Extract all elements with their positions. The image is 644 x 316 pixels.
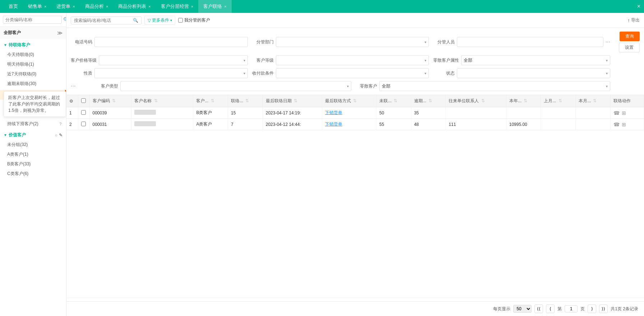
- col-not-contact[interactable]: 未联... ⇅: [376, 95, 411, 107]
- filter-dept-select[interactable]: ▾: [276, 37, 429, 47]
- sidebar: 🔍 全部客户 ≫ ▼ 待联络客户 今天待联络(0) 明天待联络(1) 近7天待联…: [0, 13, 66, 316]
- row2-not-contact: 55: [376, 119, 411, 130]
- filter-nature-select[interactable]: ▾: [94, 68, 248, 78]
- filter-nature: 性质 ▾: [71, 68, 248, 78]
- col-contact-count[interactable]: 联络... ⇅: [228, 95, 263, 107]
- manager-dots[interactable]: ···: [606, 39, 610, 45]
- nav-customer-contact[interactable]: 客户联络 ×: [198, 0, 231, 13]
- col-code[interactable]: 客户编码 ⇅: [89, 95, 131, 107]
- row1-phone-icon[interactable]: ☎: [613, 110, 620, 116]
- col-name[interactable]: 客户名称 ⇅: [131, 95, 193, 107]
- filter-row-2: 客户价格等级 ▾ 客户等级 ▾ 零散客户属性 全部: [71, 55, 640, 65]
- my-customers-checkbox[interactable]: 我分管的客户: [178, 17, 210, 23]
- my-customers-check[interactable]: [178, 18, 183, 23]
- sidebar-search-input[interactable]: [3, 16, 62, 24]
- page-unit: 页: [580, 306, 585, 312]
- filter-price-grade-select[interactable]: ▾: [99, 55, 248, 65]
- sidebar-item-today[interactable]: 今天待联络(0): [0, 50, 66, 60]
- sidebar-item-overdue[interactable]: 逾期未联络(30): [0, 79, 66, 89]
- nav-product-close[interactable]: ×: [106, 4, 108, 9]
- declining-help-icon[interactable]: ？: [59, 121, 62, 127]
- value-group-edit[interactable]: ✎: [59, 133, 62, 138]
- nav-product-analysis[interactable]: 商品分析 ×: [80, 0, 113, 13]
- row1-menu-icon[interactable]: ⊞: [622, 110, 626, 116]
- col-contact2[interactable]: 往来单位联系人 ⇅: [446, 95, 506, 107]
- sidebar-item-a-class[interactable]: A类客户(1): [0, 150, 66, 159]
- row1-overdue: 35: [411, 107, 446, 119]
- row2-phone-icon[interactable]: ☎: [613, 122, 620, 127]
- sidebar-item-tomorrow[interactable]: 明天待联络(1): [0, 60, 66, 69]
- nav-purchase-close[interactable]: ×: [73, 4, 75, 9]
- select-all-checkbox[interactable]: [81, 98, 86, 103]
- more-conditions-btn[interactable]: ▽ 更多条件 ▾: [144, 16, 175, 25]
- sidebar-item-declining[interactable]: 持续下滑客户(2) ？: [0, 119, 66, 129]
- col-this-month[interactable]: 本月... ⇅: [576, 95, 611, 107]
- nav-product-list[interactable]: 商品分析列表 ×: [113, 0, 156, 13]
- col-this-year[interactable]: 本年... ⇅: [506, 95, 541, 107]
- row2-select[interactable]: [81, 122, 86, 126]
- filter-status-label: 状态: [433, 70, 455, 76]
- nav-sales-close[interactable]: ×: [44, 4, 46, 9]
- sidebar-group-pending-header[interactable]: ▼ 待联络客户: [0, 40, 66, 50]
- row1-this-month: [576, 107, 611, 119]
- filter-retail-customer-select[interactable]: 全部 ▾: [379, 81, 610, 91]
- sidebar-item-b-class[interactable]: B类客户(33): [0, 159, 66, 169]
- value-group-refresh[interactable]: ○: [55, 133, 57, 138]
- row2-menu-icon[interactable]: ⊞: [622, 122, 626, 127]
- row4-dots[interactable]: ···: [71, 83, 75, 89]
- row1-select[interactable]: [81, 110, 86, 115]
- row1-method-link[interactable]: 下销货单: [325, 110, 342, 115]
- filter-phone-input[interactable]: [94, 37, 248, 47]
- filter-customer-type-select[interactable]: ▾: [120, 81, 351, 91]
- col-last-method[interactable]: 最后联络方式 ⇅: [322, 95, 376, 107]
- col-action: 联络动作: [610, 95, 644, 107]
- contact-sort-icon: ⇅: [245, 98, 249, 103]
- query-button[interactable]: 查询: [620, 32, 640, 41]
- filter-customer-type-label: 客户类型: [97, 83, 118, 89]
- page-number-input[interactable]: [565, 305, 578, 312]
- customer-type-arrow-icon: ▾: [347, 84, 349, 88]
- contact2-sort-icon: ⇅: [481, 98, 485, 103]
- last-page-btn[interactable]: ⟩⟩: [599, 305, 608, 313]
- row2-type: A类客户: [193, 119, 228, 130]
- close-all-tabs[interactable]: ×: [637, 3, 640, 10]
- col-overdue[interactable]: 逾期... ⇅: [411, 95, 446, 107]
- filter-retail-attr-select[interactable]: 全部 ▾: [461, 55, 610, 65]
- col-type[interactable]: 客户... ⇅: [193, 95, 228, 107]
- nav-product-list-close[interactable]: ×: [148, 4, 150, 9]
- nav-home[interactable]: 首页: [4, 0, 23, 13]
- main-search-icon[interactable]: 🔍: [133, 18, 138, 23]
- nav-contact-close[interactable]: ×: [224, 4, 226, 9]
- sidebar-item-7days[interactable]: 近7天待联络(0): [0, 69, 66, 79]
- next-page-btn[interactable]: ⟩: [588, 305, 596, 313]
- per-page-select[interactable]: 50 20 100: [513, 305, 532, 313]
- col-settings[interactable]: ⚙: [66, 95, 78, 107]
- main-search-input[interactable]: [74, 18, 131, 23]
- col-last-date[interactable]: 最后联络日期 ⇅: [263, 95, 322, 107]
- page-label: 第: [557, 306, 562, 312]
- horizontal-scrollbar[interactable]: [66, 298, 644, 301]
- nav-segments-close[interactable]: ×: [191, 4, 193, 9]
- filter-manager-select[interactable]: [457, 37, 603, 47]
- row2-this-month: [576, 119, 611, 130]
- prev-page-btn[interactable]: ⟨: [546, 305, 555, 313]
- first-page-btn[interactable]: ⟨⟨: [534, 305, 543, 313]
- row2-method-link[interactable]: 下销货单: [325, 122, 342, 127]
- sidebar-item-ungroup[interactable]: 未分组(32): [0, 140, 66, 150]
- value-group-header[interactable]: ▼ 价值客户 ○ ✎: [0, 130, 66, 140]
- nav-customer-segments[interactable]: 客户分层经营 ×: [156, 0, 198, 13]
- filter-status-select[interactable]: ▾: [457, 68, 610, 78]
- name-sort-icon: ⇅: [154, 98, 158, 103]
- sidebar-item-c-class[interactable]: C类客户(6): [0, 169, 66, 179]
- nav-sales[interactable]: 销售单 ×: [23, 0, 51, 13]
- export-button[interactable]: ↑ 导出: [627, 17, 640, 23]
- filter-customer-grade-select[interactable]: ▾: [276, 55, 429, 65]
- sidebar-collapse-btn[interactable]: ≫: [57, 30, 62, 36]
- sidebar-search-button[interactable]: 🔍: [63, 17, 66, 23]
- settings-button[interactable]: 设置: [619, 43, 640, 52]
- col-last-month[interactable]: 上月... ⇅: [541, 95, 576, 107]
- filter-payment-select[interactable]: ▾: [276, 68, 429, 78]
- advanced-filter-panel: 电话号码 分管部门 ▾ 分管人员 ···: [66, 28, 644, 95]
- nav-purchase[interactable]: 进货单 ×: [51, 0, 80, 13]
- row1-checkbox: [78, 107, 89, 119]
